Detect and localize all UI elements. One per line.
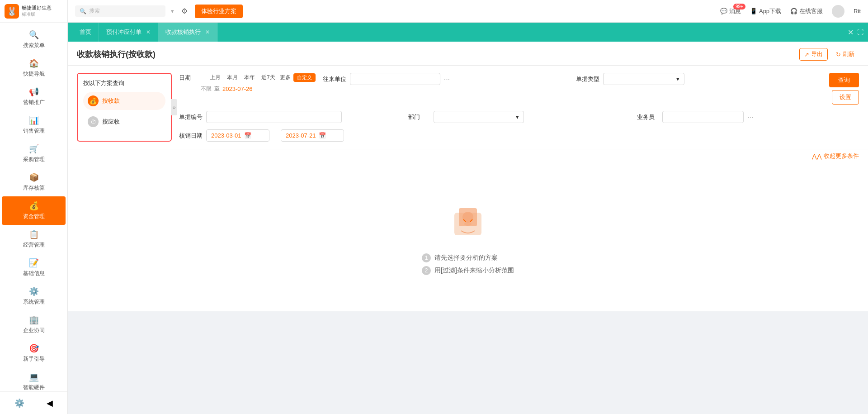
finance-icon: 💰 xyxy=(29,201,39,211)
hardware-icon: 💻 xyxy=(29,372,39,382)
filter-group-docnum: 单据编号 xyxy=(179,111,401,123)
date-no-limit: 不限 xyxy=(201,85,212,93)
refresh-button[interactable]: ↻ 刷新 xyxy=(831,48,859,61)
writeoff-date-range: 2023-03-01 📅 — 2023-07-21 📅 xyxy=(206,129,344,142)
sidebar-menu: 🔍 搜索菜单 🏠 快捷导航 📢 营销推广 📊 销售管理 🛒 采购管理 📦 库存核… xyxy=(0,23,67,391)
filter-left-title: 按以下方案查询 xyxy=(83,79,165,87)
tab-home[interactable]: 首页 xyxy=(72,23,99,42)
setting-button[interactable]: 设置 xyxy=(832,90,859,105)
tab-collection-close[interactable]: ✕ xyxy=(205,29,210,35)
refresh-icon: ↻ xyxy=(836,51,841,58)
calendar-icon: 📅 xyxy=(319,132,326,139)
collapse-more-bar[interactable]: ⋀⋀ 收起更多条件 xyxy=(68,149,868,163)
collapse-sidebar-button[interactable]: ◀ xyxy=(47,398,53,408)
tab-prepay-close[interactable]: ✕ xyxy=(146,29,151,35)
topbar: 🔍 搜索 ▾ ⚙ 体验行业方案 💬 消息 99+ 📱 App下载 🎧 在线客服 … xyxy=(68,0,868,23)
industry-btn[interactable]: 体验行业方案 xyxy=(195,5,243,18)
filter-option-receivable-label: 按应收 xyxy=(102,118,120,126)
salesperson-dots[interactable]: ··· xyxy=(747,113,753,121)
dept-select[interactable]: ▾ xyxy=(434,111,524,123)
sidebar-item-hardware[interactable]: 💻 智能硬件 xyxy=(0,367,67,391)
close-tab-icon[interactable]: ✕ xyxy=(848,28,854,37)
guide-icon: 🎯 xyxy=(29,343,39,353)
filter-group-dept: 部门 ▾ xyxy=(408,111,630,123)
filter-option-receipt-label: 按收款 xyxy=(102,97,120,105)
marketing-icon: 📢 xyxy=(29,87,39,97)
tab-prepay-label: 预付冲应付单 xyxy=(106,28,142,36)
chevron-down-icon[interactable]: ▾ xyxy=(171,8,174,14)
filter-group-writeoff: 核销日期 2023-03-01 📅 — 2023-07-21 📅 xyxy=(179,129,859,142)
counterparty-label: 往来单位 xyxy=(323,75,346,83)
filter-collapse-button[interactable]: ‹› xyxy=(171,99,177,115)
sidebar-item-inventory[interactable]: 📦 库存核算 xyxy=(0,168,67,196)
filter-left-panel: 按以下方案查询 💰 按收款 ⏱ 按应收 ‹› xyxy=(77,73,172,142)
sidebar-item-marketing[interactable]: 📢 营销推广 xyxy=(0,82,67,111)
app-label: App下载 xyxy=(759,7,781,15)
sidebar-item-label: 采购管理 xyxy=(23,156,45,163)
date-shortcut-7days[interactable]: 近7天 xyxy=(259,73,277,82)
writeoff-to-input[interactable]: 2023-07-21 📅 xyxy=(281,129,344,142)
writeoff-label: 核销日期 xyxy=(179,132,203,140)
writeoff-from-input[interactable]: 2023-03-01 📅 xyxy=(206,129,269,142)
date-value: 2023-07-26 xyxy=(222,86,253,92)
date-shortcut-this-month[interactable]: 本月 xyxy=(225,73,240,82)
sidebar-item-label: 基础信息 xyxy=(23,270,45,277)
sidebar-item-operation[interactable]: 📋 经营管理 xyxy=(0,225,67,253)
message-btn[interactable]: 💬 消息 99+ xyxy=(720,7,741,15)
basic-icon: 📝 xyxy=(29,258,39,268)
date-shortcut-this-year[interactable]: 本年 xyxy=(242,73,257,82)
sidebar-item-search[interactable]: 🔍 搜索菜单 xyxy=(0,25,67,54)
filter-option-receivable[interactable]: ⏱ 按应收 xyxy=(83,113,165,131)
writeoff-from-value: 2023-03-01 xyxy=(211,132,241,139)
tab-home-label: 首页 xyxy=(80,28,91,36)
settings-icon[interactable]: ⚙️ xyxy=(14,398,24,408)
sidebar-item-shortcut[interactable]: 🏠 快捷导航 xyxy=(0,54,67,82)
sidebar-item-guide[interactable]: 🎯 新手引导 xyxy=(0,339,67,367)
export-icon: ↗ xyxy=(804,51,809,58)
filter-row-docnum: 单据编号 部门 ▾ 业务员 ··· xyxy=(179,111,859,123)
date-custom[interactable]: 自定义 xyxy=(293,73,316,82)
service-btn[interactable]: 🎧 在线客服 xyxy=(790,7,823,15)
counterparty-input[interactable] xyxy=(350,73,440,85)
topbar-search[interactable]: 🔍 搜索 xyxy=(75,5,165,17)
sidebar-item-purchase[interactable]: 🛒 采购管理 xyxy=(0,139,67,168)
tab-collection[interactable]: 收款核销执行 ✕ xyxy=(158,23,217,42)
doctype-select[interactable]: ▾ xyxy=(603,73,684,85)
counterparty-dots[interactable]: ··· xyxy=(444,75,450,83)
filter-option-receipt[interactable]: 💰 按收款 xyxy=(83,92,165,110)
sidebar-item-enterprise[interactable]: 🏢 企业协同 xyxy=(0,310,67,339)
search-placeholder: 搜索 xyxy=(89,7,100,15)
export-button[interactable]: ↗ 导出 xyxy=(799,48,828,61)
page-header: 收款核销执行(按收款) ↗ 导出 ↻ 刷新 xyxy=(68,42,868,66)
gear-icon[interactable]: ⚙ xyxy=(181,7,188,15)
sidebar-item-system[interactable]: ⚙️ 系统管理 xyxy=(0,282,67,310)
tab-prepay[interactable]: 预付冲应付单 ✕ xyxy=(99,23,158,42)
tab-collection-label: 收款核销执行 xyxy=(165,28,201,36)
sidebar-item-sales[interactable]: 📊 销售管理 xyxy=(0,111,67,139)
svg-point-5 xyxy=(464,222,472,226)
date-separator: — xyxy=(272,132,278,139)
sidebar-item-basic[interactable]: 📝 基础信息 xyxy=(0,253,67,282)
writeoff-to-value: 2023-07-21 xyxy=(286,132,316,139)
date-shortcut-last-month[interactable]: 上月 xyxy=(208,73,222,82)
query-button[interactable]: 查询 xyxy=(829,73,859,87)
chevron-down-icon: ▾ xyxy=(516,114,519,120)
sidebar-item-finance[interactable]: 💰 资金管理 xyxy=(2,196,66,225)
empty-state: 1 请先选择要分析的方案 2 用[过滤]条件来缩小分析范围 xyxy=(68,163,868,311)
empty-tips: 1 请先选择要分析的方案 2 用[过滤]条件来缩小分析范围 xyxy=(422,253,514,275)
date-shortcuts: 上月 本月 本年 近7天 更多 自定义 xyxy=(208,73,316,82)
app-download-btn[interactable]: 📱 App下载 xyxy=(750,7,781,15)
receivable-icon: ⏱ xyxy=(88,116,99,127)
avatar xyxy=(832,5,844,18)
filter-group-counterparty: 往来单位 ··· xyxy=(323,73,569,85)
sidebar-item-label: 系统管理 xyxy=(23,298,45,306)
docnum-input[interactable] xyxy=(206,111,342,123)
filter-group-doctype: 单据类型 ▾ xyxy=(576,73,822,85)
filter-right-panel: 日期 上月 本月 本年 近7天 更多 自定义 不限 xyxy=(179,73,859,142)
expand-icon[interactable]: ⛶ xyxy=(857,29,863,36)
salesperson-input[interactable] xyxy=(662,111,744,123)
logo-icon: 🐰 xyxy=(5,4,19,19)
filter-group-salesperson: 业务员 ··· xyxy=(637,111,859,123)
date-more[interactable]: 更多 xyxy=(280,74,291,81)
tip-num-1: 1 xyxy=(422,253,431,262)
